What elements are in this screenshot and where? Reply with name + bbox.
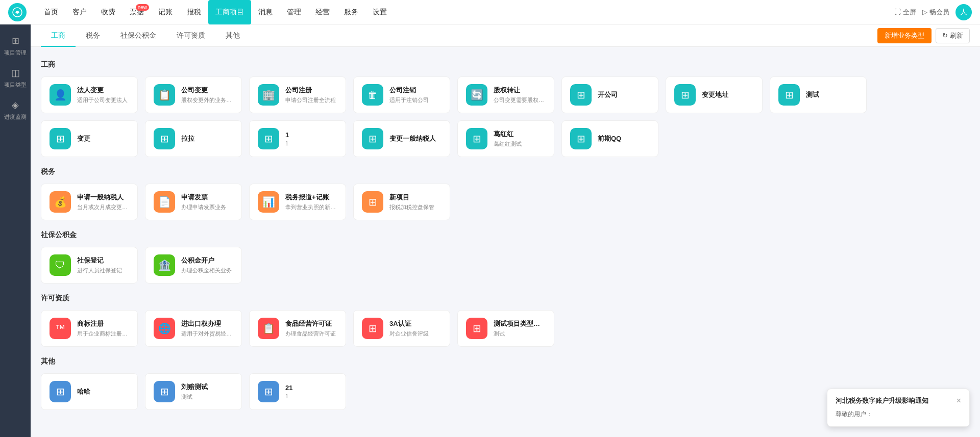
card-desc-test-project-type: 测试: [494, 330, 546, 338]
card-title-liupei-test: 刘赔测试: [181, 382, 233, 392]
card-company-change[interactable]: 📋 公司变更 股权变更外的业务变更: [145, 76, 242, 113]
card-test-project-type[interactable]: ⊞ 测试项目类型目定义 测试: [457, 310, 554, 347]
card-icon-food-license: 📋: [258, 318, 279, 339]
card-title-legal-change: 法人变更: [77, 86, 129, 95]
card-title-haha: 哈哈: [77, 387, 129, 396]
sidebar: ⊞项目管理◫项目类型◈进度监测: [0, 24, 31, 437]
nav-item-settings[interactable]: 设置: [365, 0, 394, 24]
card-tax-report-bookkeeping[interactable]: 📊 税务报道+记账 拿到营业执照的新公司: [249, 184, 346, 220]
card-info-apply-invoice: 申请发票 办理申请发票业务: [181, 193, 233, 211]
card-icon-test-project-type: ⊞: [466, 318, 487, 339]
card-desc-food-license: 办理食品经营许可证: [285, 330, 337, 338]
card-desc-new-project: 报税加税控盘保管: [389, 203, 442, 211]
sidebar-icon-project-mgmt: ⊞: [9, 35, 21, 47]
tab-gongshang[interactable]: 工商: [41, 24, 76, 47]
card-desc-num21: 1: [285, 393, 337, 399]
nav-item-tax[interactable]: 报税: [180, 0, 208, 24]
card-legal-change[interactable]: 👤 法人变更 适用于公司变更法人: [41, 76, 138, 113]
tabs-bar: 工商税务社保公积金许可资质其他 新增业务类型 ↻ 刷新: [31, 24, 980, 47]
card-social-insurance[interactable]: 🛡 社保登记 进行人员社保登记: [41, 247, 138, 284]
nav-item-services[interactable]: 服务: [337, 0, 365, 24]
card-qianqi-qq[interactable]: ⊞ 前期QQ: [561, 120, 658, 157]
card-company-register[interactable]: 🏢 公司注册 申请公司注册全流程: [249, 76, 346, 113]
nav-item-billing[interactable]: 收费: [94, 0, 122, 24]
refresh-button[interactable]: ↻ 刷新: [936, 28, 970, 43]
card-title-food-license: 食品经营许可证: [285, 319, 337, 328]
nav-item-accounts[interactable]: 记账: [151, 0, 180, 24]
card-import-export[interactable]: 🌐 进出口权办理 适用于对外贸易经营者: [145, 310, 242, 347]
tab-shuiwu[interactable]: 税务: [76, 24, 110, 47]
card-test1[interactable]: ⊞ 测试: [770, 76, 867, 113]
tab-other[interactable]: 其他: [215, 24, 250, 47]
card-open-company[interactable]: ⊞ 开公司: [561, 76, 658, 113]
fullscreen-btn[interactable]: ⛶ 全屏: [894, 8, 916, 17]
card-info-legal-change: 法人变更 适用于公司变更法人: [77, 86, 129, 104]
toast-title: 河北税务数字账户升级影响通知: [836, 396, 928, 405]
card-title-apply-invoice: 申请发票: [181, 193, 233, 202]
card-equity-transfer[interactable]: 🔄 股权转让 公司变更需要股权转让: [457, 76, 554, 113]
sidebar-item-project-mgmt[interactable]: ⊞项目管理: [0, 30, 31, 62]
card-desc-legal-change: 适用于公司变更法人: [77, 96, 129, 104]
card-info-liupei-test: 刘赔测试 测试: [181, 382, 233, 401]
card-icon-3a-cert: ⊞: [362, 318, 383, 339]
card-icon-import-export: 🌐: [154, 318, 175, 339]
card-company-cancel[interactable]: 🗑 公司注销 适用于注销公司: [353, 76, 450, 113]
card-ge-hong-hong[interactable]: ⊞ 葛红红 葛红红测试: [457, 120, 554, 157]
card-title-new-project: 新项目: [389, 193, 442, 202]
card-desc-equity-transfer: 公司变更需要股权转让: [494, 96, 546, 104]
content-area: 工商 👤 法人变更 适用于公司变更法人 📋 公司变更 股权变更外的业务变更 🏢 …: [31, 47, 980, 428]
card-info-change-address: 变更地址: [702, 90, 754, 99]
nav-item-tickets[interactable]: 票据new: [122, 0, 151, 24]
card-title-tax-report-bookkeeping: 税务报道+记账: [285, 193, 337, 202]
card-num21[interactable]: ⊞ 21 1: [249, 373, 346, 410]
card-info-open-company: 开公司: [598, 90, 650, 99]
sidebar-item-project-type[interactable]: ◫项目类型: [0, 62, 31, 94]
nav-item-bizproject[interactable]: 工商项目: [208, 0, 251, 24]
card-trademark[interactable]: ™ 商标注册 用于企业商标注册服务: [41, 310, 138, 347]
card-change-address[interactable]: ⊞ 变更地址: [666, 76, 763, 113]
tab-xuke[interactable]: 许可资质: [166, 24, 215, 47]
nav-item-home[interactable]: 首页: [37, 0, 65, 24]
avatar[interactable]: 人: [955, 4, 972, 20]
card-apply-taxpayer[interactable]: 💰 申请一般纳税人 当月或次月成变更完成: [41, 184, 138, 220]
card-change1[interactable]: ⊞ 变更: [41, 120, 138, 157]
nav-item-clients[interactable]: 客户: [65, 0, 94, 24]
card-new-project[interactable]: ⊞ 新项目 报税加税控盘保管: [353, 184, 450, 220]
card-info-change1: 变更: [77, 134, 129, 143]
card-title-apply-taxpayer: 申请一般纳税人: [77, 193, 129, 202]
sidebar-item-progress-monitor[interactable]: ◈进度监测: [0, 94, 31, 126]
card-info-company-cancel: 公司注销 适用于注销公司: [389, 86, 442, 104]
card-3a-cert[interactable]: ⊞ 3A认证 对企业信誉评级: [353, 310, 450, 347]
tabs-actions: 新增业务类型 ↻ 刷新: [877, 28, 970, 43]
sidebar-icon-progress-monitor: ◈: [9, 99, 21, 111]
card-title-change1: 变更: [77, 134, 129, 143]
card-apply-invoice[interactable]: 📄 申请发票 办理申请发票业务: [145, 184, 242, 220]
card-icon-equity-transfer: 🔄: [466, 84, 487, 106]
nav-item-operations[interactable]: 经营: [308, 0, 337, 24]
card-lala[interactable]: ⊞ 拉拉: [145, 120, 242, 157]
section-title-other: 其他: [41, 357, 970, 366]
card-info-company-change: 公司变更 股权变更外的业务变更: [181, 86, 233, 104]
card-haha[interactable]: ⊞ 哈哈: [41, 373, 138, 410]
card-title-change-address: 变更地址: [702, 90, 754, 99]
card-info-3a-cert: 3A认证 对企业信誉评级: [389, 319, 442, 338]
member-btn[interactable]: ▷ 畅会员: [922, 8, 949, 17]
play-icon: ▷: [922, 8, 927, 16]
nav-item-messages[interactable]: 消息: [251, 0, 280, 24]
card-provident-fund[interactable]: 🏦 公积金开户 办理公积金相关业务: [145, 247, 242, 284]
fullscreen-label: 全屏: [903, 8, 916, 17]
card-liupei-test[interactable]: ⊞ 刘赔测试 测试: [145, 373, 242, 410]
card-num1[interactable]: ⊞ 1 1: [249, 120, 346, 157]
toast-close-button[interactable]: ×: [957, 396, 961, 405]
nav-item-management[interactable]: 管理: [280, 0, 308, 24]
card-change-taxpayer[interactable]: ⊞ 变更一般纳税人: [353, 120, 450, 157]
card-title-change-taxpayer: 变更一般纳税人: [389, 134, 442, 143]
card-title-ge-hong-hong: 葛红红: [494, 130, 546, 139]
add-type-button[interactable]: 新增业务类型: [877, 28, 932, 43]
tab-shebao[interactable]: 社保公积金: [110, 24, 166, 47]
section-title-shebao: 社保公积金: [41, 230, 970, 240]
card-desc-tax-report-bookkeeping: 拿到营业执照的新公司: [285, 203, 337, 211]
card-desc-num1: 1: [285, 140, 337, 146]
card-food-license[interactable]: 📋 食品经营许可证 办理食品经营许可证: [249, 310, 346, 347]
card-info-haha: 哈哈: [77, 387, 129, 396]
